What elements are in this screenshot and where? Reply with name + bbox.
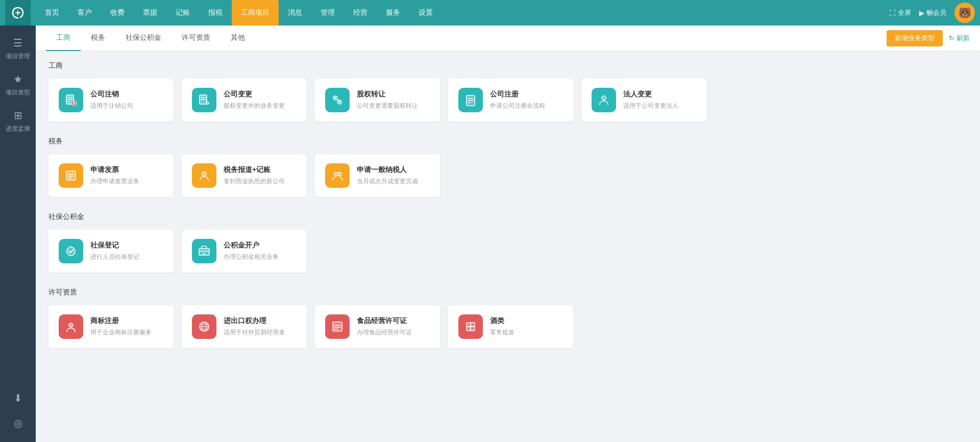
nav-customer[interactable]: 客户 bbox=[68, 0, 101, 26]
card-tax-report-accounting[interactable]: 税务报道+记账 拿到营业执照的新公司 bbox=[182, 154, 307, 197]
invoice-apply-text: 申请发票 办理申请发票业务 bbox=[90, 165, 163, 186]
svg-rect-41 bbox=[467, 323, 471, 327]
sidebar-item-progress-monitor[interactable]: ⊞ 进度监测 bbox=[0, 103, 36, 139]
tab-bar: 工商 税务 社保公积金 许可资质 其他 新增业务类型 ↻ 刷新 bbox=[36, 26, 980, 51]
tab-social-security[interactable]: 社保公积金 bbox=[115, 26, 172, 51]
svg-point-19 bbox=[602, 96, 606, 100]
member-button[interactable]: ▶ 畅会员 bbox=[919, 8, 946, 17]
nav-business[interactable]: 工商项目 bbox=[232, 0, 279, 26]
nav-fees[interactable]: 收费 bbox=[101, 0, 134, 26]
refresh-button[interactable]: ↻ 刷新 bbox=[949, 34, 970, 43]
company-register-text: 公司注册 申请公司注册全流程 bbox=[490, 90, 563, 110]
liquor-desc: 零售批发 bbox=[490, 328, 563, 337]
food-license-icon bbox=[325, 314, 350, 339]
food-license-text: 食品经营许可证 办理食品经营许可证 bbox=[357, 316, 430, 337]
svg-rect-43 bbox=[467, 327, 471, 331]
card-liquor[interactable]: 酒类 零售批发 bbox=[448, 305, 573, 348]
social-security-register-title: 社保登记 bbox=[90, 241, 163, 250]
fullscreen-button[interactable]: ⛶ 全屏 bbox=[889, 8, 911, 17]
cards-grid-tax: 申请发票 办理申请发票业务 税务报道+记账 拿到营业执照的新公司 bbox=[48, 154, 967, 197]
nav-service[interactable]: 服务 bbox=[377, 0, 409, 26]
tab-bar-actions: 新增业务类型 ↻ 刷新 bbox=[887, 30, 970, 46]
svg-point-25 bbox=[334, 173, 338, 176]
list-icon: ☰ bbox=[13, 37, 22, 49]
legal-person-icon bbox=[592, 88, 616, 112]
section-title-tax: 税务 bbox=[48, 137, 967, 146]
company-register-icon bbox=[458, 88, 483, 112]
app-logo[interactable] bbox=[5, 0, 31, 26]
cards-grid-social-security: 社保登记 进行人员社保登记 公积金开户 bbox=[48, 230, 967, 273]
add-business-type-button[interactable]: 新增业务类型 bbox=[887, 30, 943, 46]
content-area: 工商 税务 社保公积金 许可资质 其他 新增业务类型 ↻ 刷新 工商 bbox=[36, 26, 980, 442]
card-import-export[interactable]: 进出口权办理 适用于对外贸易经营者 bbox=[182, 305, 307, 348]
company-cancel-text: 公司注销 适用于注销公司 bbox=[90, 90, 163, 110]
card-legal-person-change[interactable]: 法人变更 适用于公司变更法人 bbox=[581, 79, 706, 121]
card-food-license[interactable]: 食品经营许可证 办理食品经营许可证 bbox=[315, 305, 440, 348]
social-security-register-text: 社保登记 进行人员社保登记 bbox=[90, 241, 163, 261]
food-license-desc: 办理食品经营许可证 bbox=[357, 328, 430, 337]
card-company-register[interactable]: 公司注册 申请公司注册全流程 bbox=[448, 79, 573, 121]
invoice-apply-icon bbox=[59, 163, 83, 188]
import-export-desc: 适用于对外贸易经营者 bbox=[224, 328, 297, 337]
nav-tax[interactable]: 报税 bbox=[199, 0, 232, 26]
tab-license[interactable]: 许可资质 bbox=[172, 26, 220, 51]
nav-accounting[interactable]: 记账 bbox=[166, 0, 199, 26]
tax-report-accounting-title: 税务报道+记账 bbox=[224, 165, 297, 175]
card-invoice-apply[interactable]: 申请发票 办理申请发票业务 bbox=[48, 154, 174, 197]
company-change-text: 公司变更 股权变更外的业务变更 bbox=[224, 90, 297, 110]
tax-report-accounting-desc: 拿到营业执照的新公司 bbox=[224, 177, 297, 186]
card-company-change[interactable]: 公司变更 股权变更外的业务变更 bbox=[182, 79, 307, 121]
invoice-apply-desc: 办理申请发票业务 bbox=[90, 177, 163, 186]
import-export-icon bbox=[192, 314, 216, 339]
svg-point-24 bbox=[202, 172, 206, 176]
equity-transfer-icon: ¥ ¥ bbox=[325, 88, 350, 112]
svg-point-31 bbox=[70, 325, 72, 326]
tab-tax[interactable]: 税务 bbox=[81, 26, 115, 51]
company-cancel-title: 公司注销 bbox=[90, 90, 163, 99]
card-trademark-register[interactable]: 商标注册 用于企业商标注册服务 bbox=[48, 305, 174, 348]
mascot-avatar[interactable]: 🐻 bbox=[954, 3, 975, 23]
sidebar: ☰ 项目管理 ★ 项目类型 ⊞ 进度监测 ⬇ ◎ bbox=[0, 26, 36, 442]
company-cancel-icon bbox=[59, 88, 83, 112]
provident-fund-icon bbox=[192, 239, 216, 263]
sidebar-location-button[interactable]: ◎ bbox=[0, 412, 36, 434]
card-company-cancel[interactable]: 公司注销 适用于注销公司 bbox=[48, 79, 174, 121]
sidebar-item-project-manage[interactable]: ☰ 项目管理 bbox=[0, 31, 36, 67]
cards-grid-business: 公司注销 适用于注销公司 公司变更 bbox=[48, 79, 967, 121]
general-taxpayer-icon bbox=[325, 163, 350, 188]
nav-message[interactable]: 消息 bbox=[279, 0, 311, 26]
cards-grid-license: 商标注册 用于企业商标注册服务 bbox=[48, 305, 967, 348]
tab-business-registration[interactable]: 工商 bbox=[46, 26, 81, 51]
tab-other[interactable]: 其他 bbox=[220, 26, 255, 51]
company-cancel-desc: 适用于注销公司 bbox=[90, 102, 163, 110]
grid-icon: ⊞ bbox=[14, 109, 22, 121]
trademark-register-icon bbox=[59, 314, 83, 339]
nav-settings[interactable]: 设置 bbox=[409, 0, 442, 26]
social-security-register-icon bbox=[59, 239, 83, 263]
card-provident-fund[interactable]: 公积金开户 办理公积金相关业务 bbox=[182, 230, 307, 273]
sidebar-item-project-type[interactable]: ★ 项目类型 bbox=[0, 67, 36, 103]
nav-home[interactable]: 首页 bbox=[36, 0, 68, 26]
company-register-desc: 申请公司注册全流程 bbox=[490, 102, 563, 110]
equity-transfer-text: 股权转让 公司变更需要股权转让 bbox=[357, 90, 430, 110]
nav-operations[interactable]: 经营 bbox=[344, 0, 377, 26]
import-export-text: 进出口权办理 适用于对外贸易经营者 bbox=[224, 316, 297, 337]
nav-bills[interactable]: 票据 bbox=[134, 0, 166, 26]
legal-person-change-title: 法人变更 bbox=[623, 90, 696, 99]
card-general-taxpayer[interactable]: 申请一般纳税人 当月或次月成变更完成 bbox=[315, 154, 440, 197]
trademark-register-title: 商标注册 bbox=[90, 316, 163, 326]
sidebar-download-button[interactable]: ⬇ bbox=[0, 387, 36, 409]
svg-rect-37 bbox=[333, 322, 342, 331]
card-equity-transfer[interactable]: ¥ ¥ 股权转让 公司变更需要股权转让 bbox=[315, 79, 440, 121]
scroll-content[interactable]: 工商 公司注销 bbox=[36, 51, 980, 442]
fullscreen-icon: ⛶ bbox=[889, 9, 896, 17]
card-social-security-register[interactable]: 社保登记 进行人员社保登记 bbox=[48, 230, 174, 273]
svg-rect-20 bbox=[66, 171, 76, 180]
company-change-desc: 股权变更外的业务变更 bbox=[224, 102, 297, 110]
liquor-icon bbox=[458, 314, 483, 339]
nav-manage[interactable]: 管理 bbox=[311, 0, 344, 26]
sidebar-bottom: ⬇ ◎ bbox=[0, 387, 36, 442]
liquor-text: 酒类 零售批发 bbox=[490, 316, 563, 337]
import-export-title: 进出口权办理 bbox=[224, 316, 297, 326]
provident-fund-text: 公积金开户 办理公积金相关业务 bbox=[224, 241, 297, 261]
